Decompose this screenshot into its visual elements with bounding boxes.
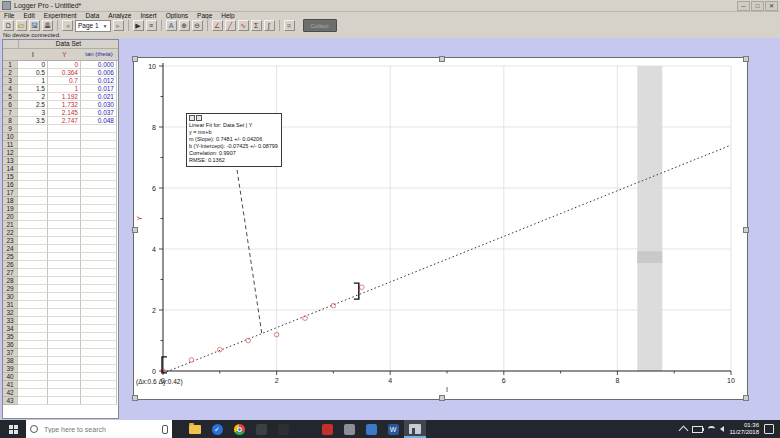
table-row[interactable]: 38 [3,357,118,365]
table-row[interactable]: 20.50.3640.006 [3,69,118,77]
taskbar-clock[interactable]: 01:36 11/27/2018 [729,422,759,436]
menu-experiment[interactable]: Experiment [44,12,77,19]
table-row[interactable]: 35 [3,333,118,341]
table-row[interactable]: 28 [3,277,118,285]
taskbar-app-check[interactable]: ✓ [206,420,228,438]
data-point[interactable] [360,285,365,290]
taskbar-app-logger-pro-active[interactable] [404,420,426,438]
table-row[interactable]: 10 [3,133,118,141]
table-row[interactable]: 21 [3,221,118,229]
column-header-i[interactable]: I [18,49,48,60]
open-file-icon[interactable]: 🗁 [16,20,27,31]
table-row[interactable]: 34 [3,325,118,333]
examine-icon[interactable]: ▶ [133,20,144,31]
resize-handle[interactable] [132,227,138,233]
resize-handle[interactable] [743,227,749,233]
linear-fit-info-box[interactable]: Linear Fit for: Data Set | Y y = mx+b m … [186,113,282,167]
table-row[interactable]: 41.510.017 [3,85,118,93]
table-row[interactable]: 521.1920.021 [3,93,118,101]
data-point[interactable] [246,338,251,343]
store-run-icon[interactable]: ≡ [146,20,157,31]
resize-handle[interactable] [743,395,749,401]
save-icon[interactable]: 🖫 [29,20,40,31]
table-row[interactable]: 30 [3,293,118,301]
zoom-out-icon[interactable]: ⊖ [192,20,203,31]
menu-page[interactable]: Page [197,12,212,19]
taskbar-app-file-explorer[interactable] [184,420,206,438]
scatter-plot[interactable]: 00224466881010IY [134,58,747,399]
fit-region-bracket-right[interactable] [354,283,359,299]
menu-file[interactable]: File [4,12,14,19]
table-row[interactable]: 732.1450.037 [3,109,118,117]
taskbar-app-word[interactable]: W [382,420,404,438]
menu-data[interactable]: Data [86,12,100,19]
search-input[interactable] [42,425,158,434]
column-header-tan-theta[interactable]: tan (theta) [81,49,117,60]
table-row[interactable]: 40 [3,373,118,381]
y-axis-label[interactable]: Y [136,216,143,221]
page-select[interactable]: Page 1 ▼ [75,20,111,32]
zoom-in-icon[interactable]: ⊕ [179,20,190,31]
table-row[interactable]: 32 [3,309,118,317]
table-row[interactable]: 29 [3,285,118,293]
taskbar-app-photos[interactable] [360,420,382,438]
data-point[interactable] [189,358,194,363]
resize-handle[interactable] [132,56,138,62]
chevron-up-icon[interactable] [679,425,689,435]
table-row[interactable]: 37 [3,349,118,357]
resize-handle[interactable] [439,395,445,401]
data-table-panel[interactable]: Data Set I Y tan (theta) 1000.00020.50.3… [2,39,119,419]
table-row[interactable]: 1000.000 [3,61,118,69]
taskbar-app-red[interactable] [316,420,338,438]
table-row[interactable]: 43 [3,397,118,405]
table-row[interactable]: 22 [3,229,118,237]
column-header-y[interactable]: Y [48,49,81,60]
taskbar-app-dark-1[interactable] [250,420,272,438]
battery-icon[interactable] [692,426,703,433]
table-row[interactable]: 13 [3,157,118,165]
resize-handle[interactable] [132,395,138,401]
resize-handle[interactable] [439,56,445,62]
table-row[interactable]: 14 [3,165,118,173]
speaker-icon[interactable] [720,426,724,432]
linear-fit-icon[interactable]: ╱ [225,20,236,31]
fitbox-handle-icon[interactable] [189,115,279,121]
close-button[interactable]: ✕ [765,1,778,11]
table-row[interactable]: 33 [3,317,118,325]
table-row[interactable]: 42 [3,389,118,397]
start-button[interactable] [0,420,26,438]
table-row[interactable]: 19 [3,205,118,213]
table-row[interactable]: 18 [3,197,118,205]
graph-panel[interactable]: 00224466881010IY Linear Fit for: Data Se… [133,57,748,400]
selection-band[interactable] [637,66,662,371]
tangent-icon[interactable]: ∠ [212,20,223,31]
curve-fit-icon[interactable]: ∿ [238,20,249,31]
menu-insert[interactable]: Insert [140,12,156,19]
table-row[interactable]: 15 [3,173,118,181]
table-row[interactable]: 20 [3,213,118,221]
minimize-button[interactable]: ─ [737,1,750,11]
taskbar-app-gray[interactable] [338,420,360,438]
prev-page-icon[interactable]: ◂ [62,20,73,31]
table-row[interactable]: 36 [3,341,118,349]
autoscale-icon[interactable]: A [166,20,177,31]
table-row[interactable]: 310.70.012 [3,77,118,85]
table-row[interactable]: 9 [3,125,118,133]
data-point[interactable] [218,347,223,352]
table-row[interactable]: 26 [3,261,118,269]
collect-button[interactable]: Collect [303,19,337,32]
table-row[interactable]: 24 [3,245,118,253]
table-row[interactable]: 27 [3,269,118,277]
table-row[interactable]: 31 [3,301,118,309]
menu-edit[interactable]: Edit [23,12,34,19]
next-page-icon[interactable]: ▸ [113,20,124,31]
menu-help[interactable]: Help [221,12,234,19]
statistics-icon[interactable]: Σ [251,20,262,31]
taskbar-app-chrome[interactable] [228,420,250,438]
maximize-button[interactable]: □ [751,1,764,11]
table-row[interactable]: 62.51.7320.030 [3,101,118,109]
data-browser-icon[interactable]: ⌗ [284,20,295,31]
taskbar-app-dark-2[interactable] [272,420,294,438]
resize-handle[interactable] [743,56,749,62]
table-row[interactable]: 41 [3,381,118,389]
